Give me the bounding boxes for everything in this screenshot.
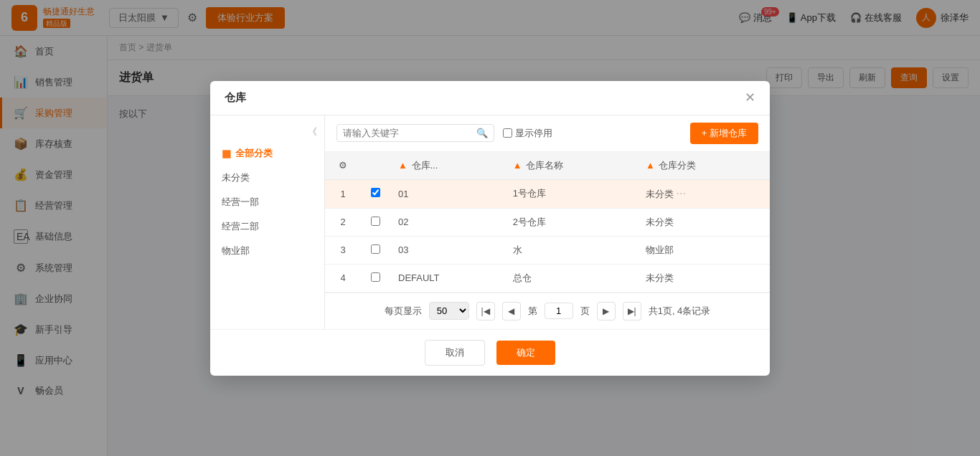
col-check — [361, 152, 390, 180]
row-code: 01 — [390, 179, 504, 208]
row-name: 水 — [504, 236, 637, 264]
collapse-icon: 《 — [308, 125, 317, 138]
row-checkbox[interactable] — [361, 236, 390, 264]
sort-icon-code: ▲ — [398, 160, 407, 171]
modal-main: 🔍 显示停用 + 新增仓库 ⚙ — [325, 115, 770, 329]
modal-actions: 取消 确定 — [210, 329, 770, 376]
modal-title: 仓库 — [225, 91, 246, 105]
category-ops2[interactable]: 经营二部 — [210, 214, 324, 239]
warehouse-modal: 仓库 ✕ 《 ▦ 全部分类 未分类 经营一部 — [210, 81, 770, 376]
search-box: 🔍 — [336, 124, 494, 142]
table-row[interactable]: 1 01 1号仓库 未分类 ··· — [325, 179, 770, 208]
page-suffix: 页 — [580, 305, 590, 318]
row-checkbox[interactable] — [361, 208, 390, 236]
modal-body: 《 ▦ 全部分类 未分类 经营一部 经营二部 物业部 — [210, 115, 770, 329]
table-row[interactable]: 4 DEFAULT 总仓 未分类 — [325, 264, 770, 292]
row-code: 03 — [390, 236, 504, 264]
row-index: 3 — [325, 236, 361, 264]
prev-page-btn[interactable]: ◀ — [502, 302, 521, 320]
more-options-icon[interactable]: ··· — [677, 187, 686, 199]
row-checkbox[interactable] — [361, 179, 390, 208]
first-page-btn[interactable]: |◀ — [476, 302, 495, 320]
page-input[interactable] — [545, 303, 573, 319]
row-category: 未分类 — [637, 208, 770, 236]
row-index: 4 — [325, 264, 361, 292]
row-category: 未分类 ··· — [637, 179, 770, 208]
cancel-button[interactable]: 取消 — [425, 340, 485, 366]
row-index: 2 — [325, 208, 361, 236]
search-icon: 🔍 — [476, 128, 488, 138]
next-page-btn[interactable]: ▶ — [597, 302, 616, 320]
modal-overlay: 仓库 ✕ 《 ▦ 全部分类 未分类 经营一部 — [0, 0, 980, 456]
sort-icon-name: ▲ — [513, 160, 522, 171]
row-name: 2号仓库 — [504, 208, 637, 236]
last-page-btn[interactable]: ▶| — [623, 302, 641, 320]
modal-header: 仓库 ✕ — [210, 81, 770, 115]
category-ops1[interactable]: 经营一部 — [210, 190, 324, 214]
modal-sidebar: 《 ▦ 全部分类 未分类 经营一部 经营二部 物业部 — [210, 115, 325, 329]
col-category: ▲ 仓库分类 — [637, 152, 770, 180]
row-category: 未分类 — [637, 264, 770, 292]
col-name: ▲ 仓库名称 — [504, 152, 637, 180]
page-label: 第 — [528, 305, 537, 318]
show-disabled-label[interactable]: 显示停用 — [503, 127, 552, 140]
row-category: 物业部 — [637, 236, 770, 264]
table-row[interactable]: 2 02 2号仓库 未分类 — [325, 208, 770, 236]
row-name: 总仓 — [504, 264, 637, 292]
page-size-label: 每页显示 — [385, 305, 422, 318]
category-unclassified[interactable]: 未分类 — [210, 166, 324, 190]
show-disabled-checkbox[interactable] — [503, 128, 512, 138]
total-info: 共1页, 4条记录 — [649, 305, 711, 318]
table-row[interactable]: 3 03 水 物业部 — [325, 236, 770, 264]
page-size-select[interactable]: 50 100 200 — [429, 302, 469, 320]
row-index: 1 — [325, 179, 361, 208]
row-code: DEFAULT — [390, 264, 504, 292]
modal-close-button[interactable]: ✕ — [745, 91, 755, 104]
col-gear: ⚙ — [325, 152, 361, 180]
sidebar-toggle[interactable]: 《 — [210, 123, 324, 141]
search-wrap: 🔍 显示停用 — [336, 124, 552, 142]
category-all[interactable]: ▦ 全部分类 — [210, 141, 324, 166]
row-name: 1号仓库 — [504, 179, 637, 208]
grid-icon: ▦ — [222, 148, 231, 159]
row-checkbox[interactable] — [361, 264, 390, 292]
search-input[interactable] — [343, 128, 472, 138]
col-code: ▲ 仓库... — [390, 152, 504, 180]
add-warehouse-button[interactable]: + 新增仓库 — [690, 123, 758, 144]
category-property[interactable]: 物业部 — [210, 239, 324, 263]
sort-icon-category: ▲ — [646, 160, 655, 171]
warehouse-table: ⚙ ▲ 仓库... ▲ 仓库名称 — [325, 152, 770, 293]
confirm-button[interactable]: 确定 — [496, 341, 555, 365]
row-code: 02 — [390, 208, 504, 236]
modal-toolbar: 🔍 显示停用 + 新增仓库 — [325, 115, 770, 152]
table-header-row: ⚙ ▲ 仓库... ▲ 仓库名称 — [325, 152, 770, 180]
modal-pagination: 每页显示 50 100 200 |◀ ◀ 第 页 ▶ ▶| 共1页, 4条记录 — [325, 293, 770, 329]
